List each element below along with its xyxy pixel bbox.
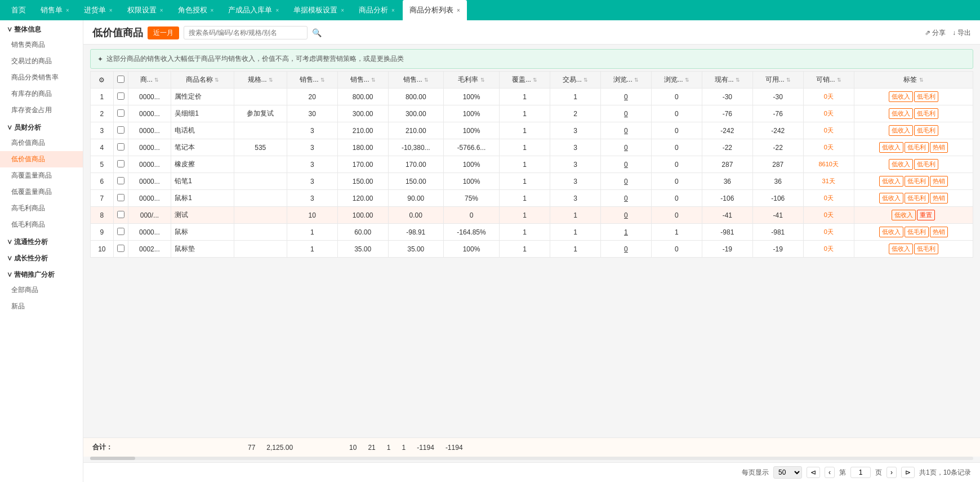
nav-purchase[interactable]: 进货单 ×: [77, 0, 119, 20]
cell-view1[interactable]: 0: [600, 156, 651, 173]
th-s2[interactable]: 销售... ⇅: [337, 72, 388, 89]
close-icon[interactable]: ×: [341, 7, 344, 14]
scrollbar-track[interactable]: [90, 457, 973, 460]
cell-check[interactable]: [113, 122, 128, 139]
sidebar-item-all-goods[interactable]: 全部商品: [0, 282, 83, 298]
sidebar-item-stock-funds[interactable]: 库存资金占用: [0, 102, 83, 118]
page-input[interactable]: [850, 467, 871, 478]
row-checkbox[interactable]: [117, 228, 124, 235]
th-name[interactable]: 商品名称 ⇅: [171, 72, 234, 89]
sidebar-section-marketing[interactable]: ∨ 营销推广分析: [0, 266, 83, 282]
sidebar-section-liquidity[interactable]: ∨ 流通性分析: [0, 233, 83, 249]
cell-check[interactable]: [113, 156, 128, 173]
close-icon[interactable]: ×: [211, 7, 214, 14]
table-wrapper[interactable]: ⚙ 商... ⇅ 商品名称 ⇅ 规格... ⇅ 销售... ⇅ 销售... ⇅ …: [90, 71, 973, 437]
cell-view1[interactable]: 0: [600, 241, 651, 258]
sidebar-item-low-margin[interactable]: 低毛利商品: [0, 216, 83, 233]
nav-product-analysis[interactable]: 商品分析 ×: [352, 0, 402, 20]
search-icon[interactable]: 🔍: [312, 28, 322, 37]
row-checkbox[interactable]: [117, 143, 124, 151]
share-button[interactable]: ⇗ 分享: [925, 28, 946, 38]
th-margin[interactable]: 毛利率 ⇅: [443, 72, 499, 89]
scrollbar-thumb[interactable]: [90, 457, 135, 460]
close-icon[interactable]: ×: [457, 7, 460, 14]
nav-inventory[interactable]: 产成品入库单 ×: [221, 0, 286, 20]
nav-sales[interactable]: 销售单 ×: [34, 0, 76, 20]
sidebar-item-high-coverage[interactable]: 高覆盖量商品: [0, 167, 83, 184]
cell-num: 2: [91, 105, 114, 122]
sidebar-item-traded-goods[interactable]: 交易过的商品: [0, 53, 83, 69]
close-icon[interactable]: ×: [275, 7, 279, 14]
sidebar-section-overall[interactable]: ∨ 整体信息: [0, 20, 83, 37]
sidebar-item-category-rate[interactable]: 商品分类销售率: [0, 69, 83, 86]
row-checkbox[interactable]: [117, 126, 124, 134]
filter-month-button[interactable]: 近一月: [148, 26, 179, 39]
th-spec[interactable]: 规格... ⇅: [234, 72, 287, 89]
page-size-select[interactable]: 50 100 200: [773, 466, 802, 479]
close-icon[interactable]: ×: [391, 7, 395, 14]
row-checkbox[interactable]: [117, 211, 124, 218]
cell-view1[interactable]: 1: [600, 224, 651, 241]
search-input[interactable]: [184, 26, 308, 39]
sidebar-item-low-coverage[interactable]: 低覆盖量商品: [0, 184, 83, 200]
row-checkbox[interactable]: [117, 92, 124, 100]
cell-view1[interactable]: 0: [600, 207, 651, 224]
th-view1[interactable]: 浏览... ⇅: [600, 72, 651, 89]
cell-check[interactable]: [113, 173, 128, 190]
cell-check[interactable]: [113, 241, 128, 258]
sidebar-item-sales-goods[interactable]: 销售类商品: [0, 37, 83, 53]
nav-permission[interactable]: 权限设置 ×: [121, 0, 170, 20]
close-icon[interactable]: ×: [66, 7, 69, 14]
close-icon[interactable]: ×: [160, 7, 163, 14]
row-checkbox[interactable]: [117, 177, 124, 184]
th-s1[interactable]: 销售... ⇅: [287, 72, 337, 89]
th-stock3[interactable]: 可销... ⇅: [803, 72, 854, 89]
nav-template[interactable]: 单据模板设置 ×: [287, 0, 351, 20]
sidebar-item-new-goods[interactable]: 新品: [0, 298, 83, 315]
sidebar: ∨ 整体信息 销售类商品 交易过的商品 商品分类销售率 有库存的商品 库存资金占…: [0, 20, 83, 482]
row-checkbox[interactable]: [117, 245, 124, 252]
cell-view1[interactable]: 0: [600, 89, 651, 105]
nav-role[interactable]: 角色授权 ×: [171, 0, 221, 20]
row-checkbox[interactable]: [117, 160, 124, 167]
cell-check[interactable]: [113, 224, 128, 241]
cell-check[interactable]: [113, 139, 128, 156]
sidebar-item-high-margin[interactable]: 高毛利商品: [0, 200, 83, 216]
th-coverage[interactable]: 覆盖... ⇅: [500, 72, 550, 89]
th-checkbox[interactable]: [113, 72, 128, 89]
th-code[interactable]: 商... ⇅: [128, 72, 171, 89]
sidebar-item-high-value[interactable]: 高价值商品: [0, 135, 83, 151]
sidebar-item-low-value[interactable]: 低价值商品: [0, 151, 83, 167]
nav-home[interactable]: 首页: [5, 0, 33, 20]
row-checkbox[interactable]: [117, 194, 124, 201]
sidebar-section-growth[interactable]: ∨ 成长性分析: [0, 249, 83, 266]
cell-view1[interactable]: 0: [600, 122, 651, 139]
nav-product-list[interactable]: 商品分析列表 ×: [403, 0, 467, 20]
first-page-button[interactable]: ⊲: [807, 467, 820, 478]
sidebar-section-financial[interactable]: ∨ 员财分析: [0, 118, 83, 135]
cell-view1[interactable]: 0: [600, 139, 651, 156]
sidebar-item-stock-goods[interactable]: 有库存的商品: [0, 86, 83, 102]
cell-coverage: 1: [500, 224, 550, 241]
prev-page-button[interactable]: ‹: [825, 467, 835, 478]
cell-view1[interactable]: 0: [600, 105, 651, 122]
cell-view1[interactable]: 0: [600, 173, 651, 190]
row-checkbox[interactable]: [117, 109, 124, 117]
close-icon[interactable]: ×: [109, 7, 113, 14]
th-stock1[interactable]: 现有... ⇅: [702, 72, 752, 89]
cell-check[interactable]: [113, 190, 128, 207]
export-button[interactable]: ↓ 导出: [952, 28, 971, 38]
th-view2[interactable]: 浏览... ⇅: [651, 72, 702, 89]
cell-view1[interactable]: 0: [600, 190, 651, 207]
cell-check[interactable]: [113, 89, 128, 105]
th-tags[interactable]: 标签 ⇅: [854, 72, 973, 89]
last-page-button[interactable]: ⊳: [901, 467, 915, 478]
cell-check[interactable]: [113, 207, 128, 224]
th-stock2[interactable]: 可用... ⇅: [752, 72, 803, 89]
th-settings[interactable]: ⚙: [91, 72, 114, 89]
th-trade[interactable]: 交易... ⇅: [550, 72, 601, 89]
select-all-checkbox[interactable]: [117, 76, 124, 83]
cell-check[interactable]: [113, 105, 128, 122]
next-page-button[interactable]: ›: [887, 467, 897, 478]
th-s3[interactable]: 销售... ⇅: [388, 72, 443, 89]
